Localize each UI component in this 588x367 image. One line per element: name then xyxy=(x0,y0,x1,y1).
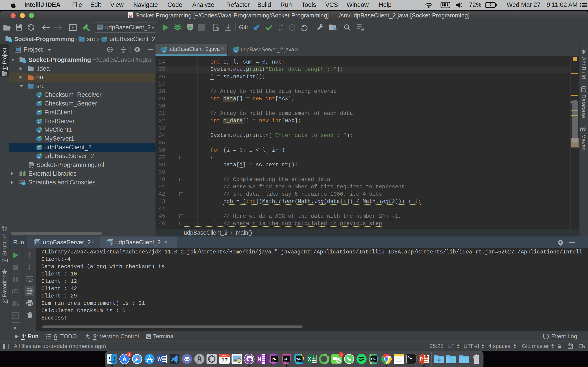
svg-text:N: N xyxy=(258,357,261,361)
svg-text:MAR: MAR xyxy=(222,354,227,357)
svg-text:?: ? xyxy=(583,345,585,350)
svg-text:W: W xyxy=(157,357,162,361)
svg-text:WS: WS xyxy=(296,357,301,361)
svg-text:X: X xyxy=(308,357,311,361)
svg-text:PS: PS xyxy=(272,357,276,361)
svg-text:P: P xyxy=(420,357,423,361)
svg-text:PC: PC xyxy=(371,357,376,361)
svg-text:27: 27 xyxy=(221,357,228,364)
svg-text:IJ: IJ xyxy=(284,357,287,361)
